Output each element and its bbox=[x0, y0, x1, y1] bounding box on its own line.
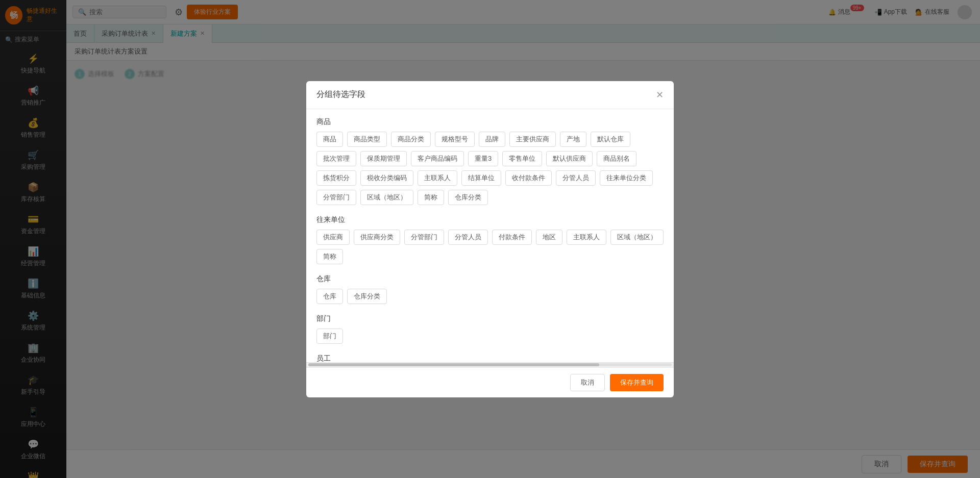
field-tag-p8[interactable]: 默认仓库 bbox=[591, 132, 630, 147]
field-tag-p4[interactable]: 规格型号 bbox=[435, 132, 475, 147]
field-tag-p1[interactable]: 商品 bbox=[316, 132, 343, 147]
modal-footer: 取消 保存并查询 bbox=[306, 367, 674, 397]
section-department-title: 部门 bbox=[316, 314, 664, 323]
product-tags: 商品 商品类型 商品分类 规格型号 品牌 主要供应商 产地 默认仓库 批次管理 … bbox=[316, 132, 664, 205]
field-tag-d1[interactable]: 部门 bbox=[316, 329, 343, 344]
field-tag-p2[interactable]: 商品类型 bbox=[347, 132, 387, 147]
field-tag-p17[interactable]: 税收分类编码 bbox=[360, 170, 413, 186]
field-tag-p22[interactable]: 往来单位分类 bbox=[600, 170, 653, 186]
field-tag-p9[interactable]: 批次管理 bbox=[316, 151, 356, 166]
field-tag-p19[interactable]: 结算单位 bbox=[461, 170, 501, 186]
modal-confirm-btn[interactable]: 保存并查询 bbox=[610, 374, 664, 391]
field-tag-p21[interactable]: 分管人员 bbox=[556, 170, 596, 186]
field-tag-p25[interactable]: 简称 bbox=[418, 190, 444, 205]
field-tag-p3[interactable]: 商品分类 bbox=[391, 132, 431, 147]
field-tag-p18[interactable]: 主联系人 bbox=[418, 170, 457, 186]
field-tag-p12[interactable]: 重量3 bbox=[468, 151, 498, 166]
section-counterpart-title: 往来单位 bbox=[316, 215, 664, 224]
field-tag-p6[interactable]: 主要供应商 bbox=[509, 132, 556, 147]
field-tag-p14[interactable]: 默认供应商 bbox=[546, 151, 593, 166]
modal-header: 分组待选字段 ✕ bbox=[306, 81, 674, 109]
field-tag-c2[interactable]: 供应商分类 bbox=[354, 230, 400, 245]
modal-title: 分组待选字段 bbox=[316, 89, 365, 100]
field-tag-p16[interactable]: 拣货积分 bbox=[316, 170, 356, 186]
counterpart-tags: 供应商 供应商分类 分管部门 分管人员 付款条件 地区 主联系人 区域（地区） … bbox=[316, 230, 664, 264]
field-tag-p5[interactable]: 品牌 bbox=[479, 132, 505, 147]
section-department: 部门 部门 bbox=[316, 314, 664, 344]
field-tag-w1[interactable]: 仓库 bbox=[316, 289, 343, 304]
field-select-modal: 分组待选字段 ✕ 商品 商品 商品类型 商品分类 规格型号 品牌 主要供应商 产… bbox=[306, 81, 674, 397]
field-tag-p24[interactable]: 区域（地区） bbox=[360, 190, 413, 205]
section-product: 商品 商品 商品类型 商品分类 规格型号 品牌 主要供应商 产地 默认仓库 批次… bbox=[316, 117, 664, 205]
field-tag-p7[interactable]: 产地 bbox=[560, 132, 586, 147]
section-warehouse: 仓库 仓库 仓库分类 bbox=[316, 274, 664, 304]
scrollbar-track bbox=[308, 363, 672, 366]
field-tag-p15[interactable]: 商品别名 bbox=[597, 151, 636, 166]
field-tag-p13[interactable]: 零售单位 bbox=[502, 151, 542, 166]
field-tag-p23[interactable]: 分管部门 bbox=[316, 190, 356, 205]
department-tags: 部门 bbox=[316, 329, 664, 344]
field-tag-p26[interactable]: 仓库分类 bbox=[448, 190, 488, 205]
modal-horizontal-scrollbar[interactable] bbox=[306, 362, 674, 367]
field-tag-p10[interactable]: 保质期管理 bbox=[360, 151, 407, 166]
modal-body[interactable]: 商品 商品 商品类型 商品分类 规格型号 品牌 主要供应商 产地 默认仓库 批次… bbox=[306, 109, 674, 363]
modal-overlay: 分组待选字段 ✕ 商品 商品 商品类型 商品分类 规格型号 品牌 主要供应商 产… bbox=[0, 0, 980, 478]
section-warehouse-title: 仓库 bbox=[316, 274, 664, 284]
scrollbar-thumb bbox=[308, 363, 599, 366]
warehouse-tags: 仓库 仓库分类 bbox=[316, 289, 664, 304]
modal-cancel-btn[interactable]: 取消 bbox=[570, 374, 605, 391]
field-tag-c8[interactable]: 区域（地区） bbox=[610, 230, 664, 245]
section-counterpart: 往来单位 供应商 供应商分类 分管部门 分管人员 付款条件 地区 主联系人 区域… bbox=[316, 215, 664, 264]
field-tag-c5[interactable]: 付款条件 bbox=[492, 230, 532, 245]
field-tag-c4[interactable]: 分管人员 bbox=[448, 230, 488, 245]
field-tag-w2[interactable]: 仓库分类 bbox=[347, 289, 387, 304]
section-product-title: 商品 bbox=[316, 117, 664, 127]
section-employee-title: 员工 bbox=[316, 354, 664, 363]
field-tag-p20[interactable]: 收付款条件 bbox=[505, 170, 552, 186]
field-tag-c7[interactable]: 主联系人 bbox=[567, 230, 606, 245]
field-tag-p11[interactable]: 客户商品编码 bbox=[411, 151, 464, 166]
field-tag-c1[interactable]: 供应商 bbox=[316, 230, 350, 245]
field-tag-c6[interactable]: 地区 bbox=[536, 230, 562, 245]
modal-close-btn[interactable]: ✕ bbox=[656, 89, 664, 100]
section-employee: 员工 业务员 bbox=[316, 354, 664, 363]
field-tag-c9[interactable]: 简称 bbox=[316, 249, 343, 264]
field-tag-c3[interactable]: 分管部门 bbox=[404, 230, 444, 245]
